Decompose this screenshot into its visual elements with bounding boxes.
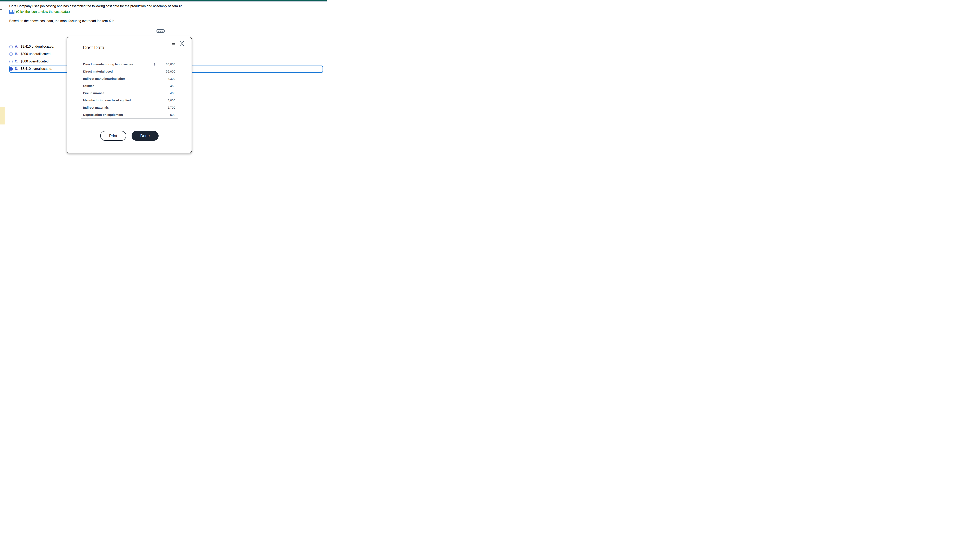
question-text-line1: Care Company uses job costing and has as… (9, 4, 182, 8)
cost-value: 55,000 (158, 70, 175, 73)
table-row: Direct material used 55,000 (81, 68, 178, 75)
print-button[interactable]: Print (100, 131, 126, 141)
cost-value: 8,000 (158, 98, 175, 102)
cost-value: 38,000 (158, 63, 175, 66)
option-text: $500 overallocated. (21, 59, 50, 63)
question-text-line2: Based on the above cost data, the manufa… (9, 19, 114, 23)
cost-value: 500 (158, 113, 175, 116)
cost-item-label: Fire insurance (83, 91, 154, 95)
option-text: $500 underallocated. (21, 52, 51, 56)
option-letter: C. (15, 59, 21, 63)
cost-item-label: Depreciation on equipment (83, 113, 154, 116)
table-row: Indirect manufacturing labor 4,300 (81, 75, 178, 82)
left-yellow-marker (0, 107, 5, 125)
answer-option-b[interactable]: B. $500 underallocated. (9, 51, 54, 56)
option-letter: B. (15, 52, 21, 56)
cost-data-table: Direct manufacturing labor wages $38,000… (81, 60, 178, 119)
table-row: Direct manufacturing labor wages $38,000 (81, 61, 178, 68)
cost-item-label: Indirect manufacturing labor (83, 77, 154, 80)
currency-symbol (154, 113, 158, 116)
currency-symbol: $ (154, 63, 158, 66)
answer-option-c[interactable]: C. $500 overallocated. (9, 59, 54, 64)
minimize-icon[interactable] (172, 43, 175, 45)
table-row: Indirect materials 5,700 (81, 104, 178, 111)
currency-symbol (154, 98, 158, 102)
radio-button[interactable] (9, 45, 13, 48)
table-icon[interactable] (9, 10, 14, 14)
cost-value: 4,300 (158, 77, 175, 80)
cost-value: 450 (158, 84, 175, 88)
option-letter: A. (15, 45, 21, 48)
top-bar-underline (0, 1, 327, 2)
cost-item-label: Direct material used (83, 70, 154, 73)
cost-item-label: Utilities (83, 84, 154, 88)
radio-button-selected[interactable] (9, 67, 13, 71)
table-row: Fire insurance 460 (81, 90, 178, 97)
cost-item-label: Manufacturing overhead applied (83, 98, 154, 102)
currency-symbol (154, 84, 158, 88)
cost-value: 5,700 (158, 106, 175, 109)
currency-symbol (154, 91, 158, 95)
currency-symbol (154, 77, 158, 80)
left-margin-dash (0, 9, 2, 10)
page: Care Company uses job costing and has as… (0, 0, 327, 185)
close-icon[interactable] (179, 40, 185, 46)
option-letter: D. (15, 67, 21, 71)
table-row: Manufacturing overhead applied 8,000 (81, 97, 178, 104)
done-button[interactable]: Done (132, 131, 159, 141)
currency-symbol (154, 106, 158, 109)
option-text: $3,410 overallocated. (21, 67, 52, 71)
option-text: $3,410 underallocated. (21, 45, 54, 48)
dialog-buttons: Print Done (67, 131, 191, 141)
cost-item-label: Indirect materials (83, 106, 154, 109)
currency-symbol (154, 70, 158, 73)
dialog-title: Cost Data (83, 45, 104, 50)
left-vertical-divider (5, 2, 5, 185)
answer-option-d[interactable]: D. $3,410 overallocated. (9, 66, 54, 71)
answer-options: A. $3,410 underallocated. B. $500 undera… (9, 44, 54, 74)
view-cost-data-link[interactable]: (Click the icon to view the cost data.) (16, 10, 70, 14)
table-row: Depreciation on equipment 500 (81, 111, 178, 118)
cost-data-dialog: Cost Data Direct manufacturing labor wag… (67, 37, 192, 153)
table-row: Utilities 450 (81, 82, 178, 90)
divider-ellipsis-handle[interactable] (156, 29, 165, 33)
cost-item-label: Direct manufacturing labor wages (83, 63, 154, 66)
radio-button[interactable] (9, 52, 13, 56)
radio-button[interactable] (9, 60, 13, 63)
cost-value: 460 (158, 91, 175, 95)
cost-data-link-row[interactable]: (Click the icon to view the cost data.) (9, 9, 70, 14)
answer-option-a[interactable]: A. $3,410 underallocated. (9, 44, 54, 49)
